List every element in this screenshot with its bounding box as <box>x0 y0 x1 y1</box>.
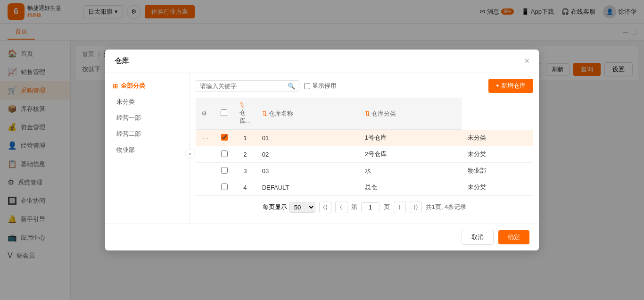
modal-footer: 取消 确定 <box>105 224 539 250</box>
row-checkbox-cell <box>215 146 234 163</box>
table-panel: 🔍 显示停用 + 新增仓库 ⚙ <box>190 73 539 224</box>
warehouse-modal: 仓库 × ⊞ 全部分类 未分类 经营一部 经营二部 物业部 « <box>105 50 539 250</box>
row-action-dots[interactable]: ··· <box>201 134 209 142</box>
modal-title: 仓库 <box>115 57 129 66</box>
page-total-info: 共1页, 4条记录 <box>426 203 467 211</box>
row-category: 物业部 <box>462 163 534 179</box>
table-row[interactable]: 3 03 水 物业部 <box>196 163 533 179</box>
row-checkbox[interactable] <box>221 167 228 174</box>
search-icon[interactable]: 🔍 <box>288 83 295 90</box>
row-checkbox[interactable] <box>221 134 228 141</box>
row-actions[interactable] <box>196 146 215 163</box>
select-all-checkbox[interactable] <box>221 109 227 116</box>
cancel-button[interactable]: 取消 <box>462 230 494 245</box>
category-item-property[interactable]: 物业部 <box>105 142 190 158</box>
show-disabled-checkbox[interactable] <box>304 83 310 89</box>
category-item-unclassified[interactable]: 未分类 <box>105 94 190 110</box>
col-warehouse-category: ⇅ 仓库分类 <box>359 98 462 130</box>
category-panel: ⊞ 全部分类 未分类 经营一部 经营二部 物业部 « <box>105 73 190 224</box>
per-page-select[interactable]: 50 100 <box>289 202 315 213</box>
collapse-category-button[interactable]: « <box>185 149 195 159</box>
row-name: 2号仓库 <box>359 146 462 163</box>
row-checkbox-cell <box>215 163 234 179</box>
table-toolbar: 🔍 显示停用 + 新增仓库 <box>196 79 533 93</box>
modal-overlay[interactable]: 仓库 × ⊞ 全部分类 未分类 经营一部 经营二部 物业部 « <box>0 0 644 300</box>
row-checkbox[interactable] <box>221 150 228 157</box>
pagination: 每页显示 50 100 ⟨⟨ ⟨ 第 页 ⟩ ⟩⟩ 共1页, 4条记录 <box>196 196 533 218</box>
row-number: 1 <box>234 130 256 146</box>
table-row[interactable]: 2 02 2号仓库 未分类 <box>196 146 533 163</box>
sort-icon: ⇅ <box>239 101 245 108</box>
col-warehouse-name: ⇅ 仓库名称 <box>256 98 359 130</box>
grid-icon: ⊞ <box>113 83 118 90</box>
row-category: 未分类 <box>462 146 534 163</box>
modal-body: ⊞ 全部分类 未分类 经营一部 经营二部 物业部 « 🔍 <box>105 73 539 224</box>
sort-cat-icon: ⇅ <box>365 110 370 117</box>
search-input[interactable] <box>200 83 288 90</box>
table-row[interactable]: ··· 1 01 1号仓库 未分类 <box>196 130 533 146</box>
modal-header: 仓库 × <box>105 50 539 73</box>
row-code: 03 <box>256 163 359 179</box>
row-actions[interactable] <box>196 163 215 179</box>
row-category: 未分类 <box>462 130 534 146</box>
row-checkbox[interactable] <box>221 183 228 190</box>
row-checkbox-cell <box>215 130 234 146</box>
col-checkbox <box>215 98 234 130</box>
row-category: 未分类 <box>462 179 534 196</box>
warehouse-table: ⚙ ⇅ 仓库... ⇅ 仓库名称 <box>196 98 533 196</box>
row-name: 1号仓库 <box>359 130 462 146</box>
all-categories-item[interactable]: ⊞ 全部分类 <box>105 78 190 94</box>
table-header-row: ⚙ ⇅ 仓库... ⇅ 仓库名称 <box>196 98 533 130</box>
row-name: 总仓 <box>359 179 462 196</box>
category-item-dept1[interactable]: 经营一部 <box>105 110 190 126</box>
search-box: 🔍 <box>196 80 299 92</box>
next-page-button[interactable]: ⟩ <box>394 201 406 213</box>
table-row[interactable]: 4 DEFAULT 总仓 未分类 <box>196 179 533 196</box>
row-name: 水 <box>359 163 462 179</box>
row-number: 2 <box>234 146 256 163</box>
row-code: DEFAULT <box>256 179 359 196</box>
confirm-button[interactable]: 确定 <box>498 230 529 244</box>
row-checkbox-cell <box>215 179 234 196</box>
row-number: 4 <box>234 179 256 196</box>
row-actions[interactable]: ··· <box>196 130 215 146</box>
col-warehouse-code: ⇅ 仓库... <box>234 98 256 130</box>
row-number: 3 <box>234 163 256 179</box>
new-warehouse-button[interactable]: + 新增仓库 <box>488 79 533 93</box>
row-code: 02 <box>256 146 359 163</box>
first-page-button[interactable]: ⟨⟨ <box>319 201 331 213</box>
sort-name-icon: ⇅ <box>262 110 267 117</box>
page-size-selector: 每页显示 50 100 <box>263 202 315 213</box>
page-number-input[interactable] <box>361 202 380 212</box>
category-item-dept2[interactable]: 经营二部 <box>105 126 190 142</box>
last-page-button[interactable]: ⟩⟩ <box>410 201 422 213</box>
row-actions[interactable] <box>196 179 215 196</box>
prev-page-button[interactable]: ⟨ <box>335 201 347 213</box>
col-gear: ⚙ <box>196 98 215 130</box>
row-code: 01 <box>256 130 359 146</box>
gear-header-icon: ⚙ <box>201 110 207 117</box>
show-disabled-label: 显示停用 <box>304 82 337 90</box>
modal-close-button[interactable]: × <box>524 56 529 66</box>
